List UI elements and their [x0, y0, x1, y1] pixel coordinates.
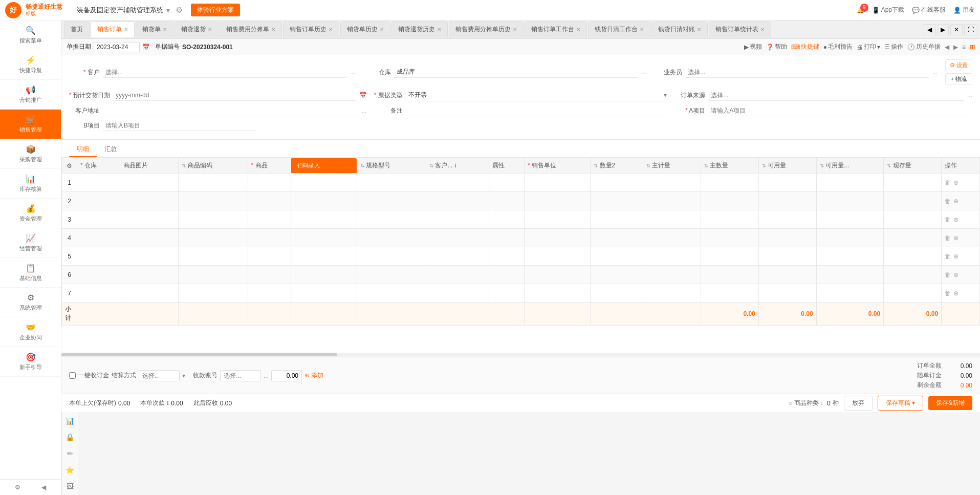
- sidebar-item-system[interactable]: ⚙ 系统管理: [0, 288, 61, 317]
- row-copy-icon[interactable]: ⊕: [953, 216, 959, 223]
- table-cell[interactable]: [643, 266, 701, 284]
- table-cell[interactable]: [291, 247, 357, 266]
- tab-order-workspace-close[interactable]: ✕: [576, 27, 580, 32]
- table-cell[interactable]: [291, 192, 357, 210]
- table-cell[interactable]: [643, 174, 701, 192]
- tab-goods-hist[interactable]: 销货单历史 ✕: [340, 21, 390, 37]
- discard-btn[interactable]: 放弃: [844, 396, 873, 411]
- table-cell[interactable]: [591, 284, 643, 303]
- table-cell[interactable]: [489, 174, 524, 192]
- table-cell[interactable]: [426, 284, 489, 303]
- tab-fee-hist[interactable]: 销售费用分摊单历史 ✕: [449, 21, 524, 37]
- table-cell[interactable]: [489, 192, 524, 210]
- table-cell[interactable]: [643, 247, 701, 266]
- right-panel-star-icon[interactable]: ⭐: [64, 464, 76, 476]
- order-source-input[interactable]: [708, 90, 964, 101]
- table-cell[interactable]: [884, 247, 942, 266]
- right-panel-chart-icon[interactable]: 📊: [64, 415, 76, 427]
- table-cell[interactable]: [525, 284, 591, 303]
- tab-sales-goods[interactable]: 销货单 ✕: [136, 21, 173, 37]
- account-more-btn[interactable]: ...: [264, 372, 269, 379]
- sidebar-item-finance[interactable]: 💰 资金管理: [0, 199, 61, 228]
- table-cell[interactable]: [591, 247, 643, 266]
- th-settings[interactable]: ⚙: [62, 158, 77, 174]
- scrollbar-thumb[interactable]: [61, 353, 337, 356]
- table-cell[interactable]: [643, 284, 701, 303]
- table-cell[interactable]: [357, 174, 426, 192]
- sidebar-item-marketing[interactable]: 📢 营销推广: [0, 80, 61, 110]
- table-cell[interactable]: [179, 266, 248, 284]
- table-cell[interactable]: [77, 174, 120, 192]
- tab-cash-reconcile-close[interactable]: ✕: [697, 27, 701, 32]
- row-copy-icon[interactable]: ⊕: [953, 198, 959, 205]
- tab-cash-reconcile[interactable]: 钱货日清对账 ✕: [651, 21, 708, 37]
- table-cell[interactable]: [758, 192, 816, 210]
- right-panel-edit-icon[interactable]: ✏: [64, 447, 76, 460]
- tab-cash-daily-close[interactable]: ✕: [640, 27, 644, 32]
- table-cell[interactable]: [120, 229, 179, 247]
- history-btn[interactable]: 🕐 历史单据: [907, 42, 941, 51]
- table-cell[interactable]: [426, 174, 489, 192]
- profit-btn[interactable]: ● 毛利预告: [823, 42, 853, 51]
- row-delete-icon[interactable]: 🗑: [945, 253, 951, 260]
- table-cell[interactable]: [179, 229, 248, 247]
- tab-prev-btn[interactable]: ◀: [924, 24, 935, 35]
- table-cell[interactable]: [884, 174, 942, 192]
- sidebar-item-sales[interactable]: 🛒 销售管理: [0, 110, 61, 139]
- sidebar-item-basic[interactable]: 📋 基础信息: [0, 258, 61, 288]
- table-cell[interactable]: [179, 174, 248, 192]
- table-cell[interactable]: [591, 229, 643, 247]
- row-copy-icon[interactable]: ⊕: [953, 290, 959, 297]
- table-cell[interactable]: [701, 174, 758, 192]
- table-cell[interactable]: [758, 266, 816, 284]
- print-btn[interactable]: 🖨 打印 ▾: [857, 42, 880, 51]
- table-cell[interactable]: [120, 284, 179, 303]
- table-cell[interactable]: [591, 192, 643, 210]
- table-cell[interactable]: [591, 210, 643, 229]
- warehouse-more-btn[interactable]: ...: [641, 69, 646, 76]
- table-cell[interactable]: [357, 192, 426, 210]
- tab-sales-return[interactable]: 销货退货 ✕: [175, 21, 219, 37]
- table-cell[interactable]: [357, 284, 426, 303]
- toolbar-nav-prev[interactable]: ◀: [945, 44, 949, 51]
- tab-order-workspace[interactable]: 销售订单工作台 ✕: [525, 21, 587, 37]
- table-cell[interactable]: [525, 229, 591, 247]
- row-delete-icon[interactable]: 🗑: [945, 198, 951, 205]
- add-payment-btn[interactable]: ⊕ 添加: [304, 371, 323, 380]
- table-cell[interactable]: [357, 266, 426, 284]
- tab-sales-fee[interactable]: 销售费用分摊单 ✕: [220, 21, 282, 37]
- warehouse-input[interactable]: [394, 67, 638, 78]
- app-download-btn[interactable]: 📱 App下载: [872, 6, 904, 14]
- table-cell[interactable]: [816, 266, 884, 284]
- operation-btn[interactable]: ☰ 操作: [884, 42, 903, 51]
- tab-goods-hist-close[interactable]: ✕: [380, 27, 384, 32]
- scan-btn[interactable]: 扫码录入: [294, 161, 323, 170]
- table-cell[interactable]: [525, 266, 591, 284]
- table-cell[interactable]: [525, 210, 591, 229]
- table-cell[interactable]: [884, 284, 942, 303]
- sidebar-item-quicknav[interactable]: ⚡ 快捷导航: [0, 50, 61, 80]
- save-draft-btn[interactable]: 保存草稿 ▾: [878, 396, 923, 411]
- tab-return-hist[interactable]: 销货退货历史 ✕: [391, 21, 448, 37]
- table-cell[interactable]: [816, 229, 884, 247]
- tab-sales-return-close[interactable]: ✕: [208, 27, 212, 32]
- tab-next-btn[interactable]: ▶: [937, 24, 949, 35]
- settings-btn[interactable]: ⚙ 设置: [945, 59, 972, 71]
- sidebar-item-management[interactable]: 📈 经营管理: [0, 228, 61, 258]
- view-btn[interactable]: ▶ 视频: [744, 42, 762, 51]
- th-warehouse[interactable]: 仓库: [77, 158, 120, 174]
- th-stock[interactable]: ⇅ 现存量: [884, 158, 942, 174]
- row-copy-icon[interactable]: ⊕: [953, 271, 959, 278]
- table-cell[interactable]: [816, 284, 884, 303]
- table-cell[interactable]: [525, 192, 591, 210]
- table-cell[interactable]: [489, 210, 524, 229]
- salesman-more-btn[interactable]: ...: [932, 69, 938, 76]
- table-cell[interactable]: [357, 229, 426, 247]
- tab-sales-fee-close[interactable]: ✕: [271, 27, 275, 32]
- industry-btn[interactable]: 体验行业方案: [191, 4, 240, 16]
- delivery-date-input[interactable]: [113, 90, 356, 101]
- logistics-btn[interactable]: + 物流: [945, 73, 972, 85]
- table-cell[interactable]: [816, 247, 884, 266]
- table-cell[interactable]: [248, 192, 291, 210]
- tab-sales-order-hist-close[interactable]: ✕: [329, 27, 333, 32]
